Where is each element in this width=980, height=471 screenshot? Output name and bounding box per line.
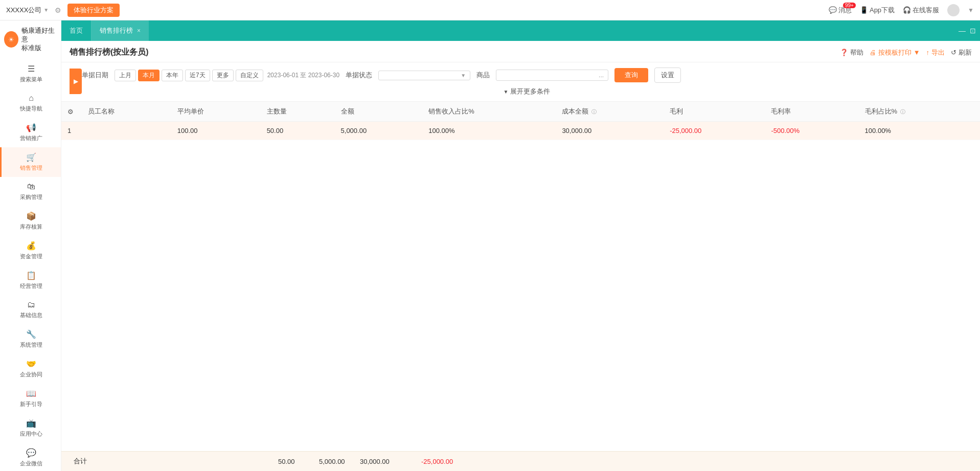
online-service-btn[interactable]: 🎧 在线客服 — [903, 6, 939, 15]
th-qty: 主数量 — [261, 102, 335, 122]
collab-icon: 🤝 — [26, 359, 36, 369]
footer-amount: 5,000.00 — [313, 458, 354, 465]
filter-settings-button[interactable]: 设置 — [654, 68, 681, 83]
export-button[interactable]: ↑ 导出 — [926, 48, 945, 57]
trial-button[interactable]: 体验行业方案 — [67, 4, 120, 17]
sidebar-item-system[interactable]: 🔧 系统管理 — [0, 324, 61, 354]
th-gross: 毛利 — [664, 102, 765, 122]
grosspct-info-icon[interactable]: ⓘ — [900, 109, 905, 115]
tab-minimize-icon[interactable]: — — [959, 27, 966, 35]
tab-close-icon[interactable]: × — [137, 27, 141, 34]
refresh-button[interactable]: ↺ 刷新 — [951, 48, 972, 57]
operations-icon: 📋 — [26, 271, 36, 280]
sales-ranking-table: ⚙ 员工名称 平均单价 主数量 全额 销售收入占比% 成本全额 ⓘ 毛利 毛利率… — [61, 102, 980, 140]
message-badge: 99+ — [843, 3, 856, 8]
date-btn-7days[interactable]: 近7天 — [185, 70, 210, 81]
date-btn-custom[interactable]: 自定义 — [236, 70, 263, 81]
phone-icon: 📱 — [860, 6, 868, 14]
filter-area: ▶ 单据日期 上月 本月 本年 近7天 更多 自定义 — [61, 62, 980, 102]
date-btn-more[interactable]: 更多 — [212, 70, 234, 81]
logo-icon: ☀ — [4, 31, 18, 48]
help-label: 帮助 — [850, 48, 863, 57]
status-filter-label: 单据状态 — [346, 71, 372, 80]
system-icon: 🔧 — [26, 329, 36, 339]
sidebar-label-wechat: 企业微信 — [20, 460, 42, 467]
query-button[interactable]: 查询 — [614, 68, 648, 82]
sidebar-item-app-center[interactable]: 📺 应用中心 — [0, 413, 61, 443]
date-btn-this-month[interactable]: 本月 — [138, 70, 159, 81]
th-gross-pct: 毛利占比% ⓘ — [859, 102, 980, 122]
filter-main-row: ▶ 单据日期 上月 本月 本年 近7天 更多 自定义 — [70, 68, 972, 96]
app-center-icon: 📺 — [26, 418, 36, 428]
message-icon-area[interactable]: 💬 消息 99+ — [829, 6, 852, 15]
sidebar-label-search: 搜索菜单 — [20, 76, 42, 83]
message-icon: 💬 — [829, 6, 837, 14]
tab-sales-ranking[interactable]: 销售排行榜 × — [92, 20, 149, 41]
sidebar-label-quick: 快捷导航 — [20, 105, 42, 113]
marketing-icon: 📢 — [26, 123, 36, 132]
username: ▼ — [968, 7, 974, 14]
date-btn-this-year[interactable]: 本年 — [162, 70, 183, 81]
sidebar-item-marketing[interactable]: 📢 营销推广 — [0, 118, 61, 147]
export-label: 导出 — [931, 48, 945, 57]
goods-input[interactable]: ... — [496, 70, 608, 81]
status-select[interactable]: ▼ — [378, 71, 470, 80]
th-amount: 全额 — [335, 102, 423, 122]
footer-cost: 30,000.00 — [354, 458, 415, 465]
th-avg-price: 平均单价 — [171, 102, 261, 122]
quick-expand-btn[interactable]: ▶ — [70, 69, 82, 94]
table-container: ⚙ 员工名称 平均单价 主数量 全额 销售收入占比% 成本全额 ⓘ 毛利 毛利率… — [61, 102, 980, 451]
cost-info-icon[interactable]: ⓘ — [591, 109, 597, 115]
sidebar-item-sales[interactable]: 🛒 销售管理 — [0, 147, 61, 177]
cell-cost: 30,000.00 — [556, 122, 664, 140]
cell-gross: -25,000.00 — [664, 122, 765, 140]
tab-bar-right: — ⊡ — [959, 27, 980, 35]
th-cost: 成本全额 ⓘ — [556, 102, 664, 122]
th-sales-pct: 销售收入占比% — [422, 102, 556, 122]
page-title: 销售排行榜(按业务员) — [70, 47, 149, 58]
app-download-btn[interactable]: 📱 App下载 — [860, 6, 895, 15]
online-service-label: 在线客服 — [913, 6, 939, 15]
sidebar-item-inventory[interactable]: 📦 库存核算 — [0, 206, 61, 236]
filter-fields: 单据日期 上月 本月 本年 近7天 更多 自定义 2023-06-01 至 20… — [82, 68, 972, 96]
cell-amount: 5,000.00 — [335, 122, 423, 140]
goods-more-icon[interactable]: ... — [599, 72, 604, 79]
sidebar-item-finance[interactable]: 💰 资金管理 — [0, 236, 61, 265]
app-download-label: App下载 — [870, 6, 895, 15]
guide-icon: 📖 — [26, 389, 36, 398]
cell-avg-price: 100.00 — [171, 122, 261, 140]
th-settings[interactable]: ⚙ — [61, 102, 82, 122]
help-button[interactable]: ❓ 帮助 — [840, 48, 863, 57]
table-row: 1 100.00 50.00 5,000.00 100.00% 30,000.0… — [61, 122, 980, 140]
top-bar: XXXXX公司 ▼ ⚙ 体验行业方案 💬 消息 99+ 📱 App下载 🎧 在线… — [0, 0, 980, 20]
print-button[interactable]: 🖨 按模板打印 ▼ — [870, 48, 920, 57]
print-label: 按模板打印 — [878, 48, 911, 57]
date-btn-last-month[interactable]: 上月 — [115, 70, 136, 81]
sales-icon: 🛒 — [26, 152, 36, 162]
sidebar-label-sales: 销售管理 — [20, 164, 42, 172]
headset-icon: 🎧 — [903, 6, 911, 14]
tab-home[interactable]: 首页 — [61, 20, 92, 41]
sidebar-item-operations[interactable]: 📋 经营管理 — [0, 265, 61, 295]
print-chevron-icon: ▼ — [914, 49, 920, 56]
avatar[interactable] — [947, 4, 960, 16]
finance-icon: 💰 — [26, 241, 36, 251]
company-chevron-icon: ▼ — [43, 7, 49, 13]
tab-maximize-icon[interactable]: ⊡ — [970, 27, 976, 35]
expand-more-btn[interactable]: ▼ 展开更多条件 — [504, 87, 551, 96]
company-selector[interactable]: XXXXX公司 ▼ — [6, 6, 49, 15]
page-content: 销售排行榜(按业务员) ❓ 帮助 🖨 按模板打印 ▼ ↑ 导出 — [61, 41, 980, 471]
sidebar-label-app: 应用中心 — [20, 430, 42, 438]
date-filter-buttons: 上月 本月 本年 近7天 更多 自定义 2023-06-01 至 2023-06… — [115, 70, 339, 81]
sidebar-item-enterprise-wechat[interactable]: 💬 企业微信 — [0, 443, 61, 471]
sidebar-item-search-order[interactable]: ☰ 搜索菜单 — [0, 59, 61, 88]
export-icon: ↑ — [926, 49, 930, 56]
sidebar-item-basic-info[interactable]: 🗂 基础信息 — [0, 295, 61, 324]
sidebar-item-enterprise-collab[interactable]: 🤝 企业协同 — [0, 354, 61, 384]
sidebar-item-purchase[interactable]: 🛍 采购管理 — [0, 177, 61, 206]
sidebar-item-new-guide[interactable]: 📖 新手引导 — [0, 384, 61, 413]
sidebar-item-quick-nav[interactable]: ⌂ 快捷导航 — [0, 88, 61, 118]
settings-icon[interactable]: ⚙ — [55, 6, 61, 14]
table-footer: 合计 50.00 5,000.00 30,000.00 -25,000.00 — [61, 451, 980, 471]
sidebar-label-finance: 资金管理 — [20, 253, 42, 260]
